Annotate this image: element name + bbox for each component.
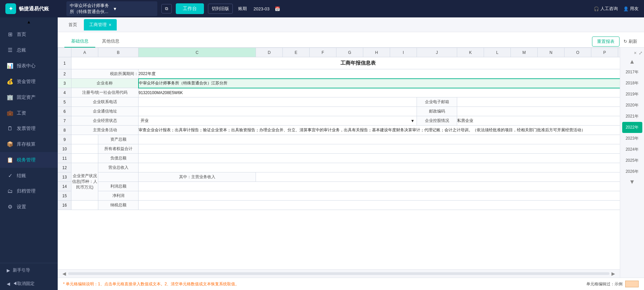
col-header-l[interactable]: L: [484, 48, 511, 57]
h-scroll-track[interactable]: [68, 272, 609, 275]
table-wrapper[interactable]: A B C D E F G H I J: [58, 48, 620, 269]
cell-7-status[interactable]: 开业 ▼: [139, 116, 417, 126]
col-header-j[interactable]: J: [417, 48, 457, 57]
sidebar-item-inventory[interactable]: 📦 库存核算: [0, 136, 58, 152]
reset-btn[interactable]: 重置报表: [592, 37, 620, 47]
cell-16-value[interactable]: [139, 201, 620, 210]
cell-8-value[interactable]: 审查企业会计报表；出具审计报告；验证企业资本；出具验资报告；办理企业合并、分立、…: [139, 126, 620, 135]
cell-10-value[interactable]: [139, 144, 620, 154]
row-num-11: 11: [58, 154, 71, 163]
col-header-o[interactable]: O: [565, 48, 591, 57]
cell-13-b: [98, 172, 139, 182]
col-header-f[interactable]: F: [310, 48, 336, 57]
bottom-hint: * 单元格编辑说明：1、点击单元格直接录入数值或文本。2、清空单元格数值或文本恢…: [63, 281, 239, 287]
col-header-g[interactable]: G: [336, 48, 363, 57]
row-num-1: 1: [58, 57, 71, 69]
col-header-n[interactable]: N: [538, 48, 565, 57]
cell-6-postal[interactable]: [457, 107, 620, 116]
col-header-d[interactable]: D: [256, 48, 283, 57]
cell-3-value[interactable]: 中审众环会计师事务所（特殊普通合伙）江苏分所: [139, 79, 620, 88]
sidebar-item-ledger[interactable]: ☰ 总账: [0, 42, 58, 58]
sidebar-scroll-up[interactable]: ▲: [0, 17, 58, 26]
col-header-i[interactable]: I: [390, 48, 417, 57]
row-num-7: 7: [58, 116, 71, 126]
table-row[interactable]: 3 企业名称 中审众环会计师事务所（特殊普通合伙）江苏分所: [58, 79, 620, 88]
row-num-13: 13: [58, 172, 71, 182]
cell-15-value[interactable]: [139, 191, 620, 201]
h-scroll-left[interactable]: ◀: [60, 270, 68, 277]
logo-text: 畅捷通易代账: [19, 6, 49, 12]
copy-button[interactable]: ⧉: [161, 4, 172, 13]
year-item-2019[interactable]: 2019年: [622, 89, 642, 100]
cell-9-value[interactable]: [139, 135, 620, 144]
year-item-2022[interactable]: 2022年: [622, 122, 642, 133]
calendar-icon[interactable]: 📅: [275, 6, 280, 11]
sub-tab-other[interactable]: 其他信息: [95, 35, 126, 48]
sidebar-item-home[interactable]: ⊞ 首页: [0, 26, 58, 42]
h-scroll-right[interactable]: ▶: [609, 270, 617, 277]
sidebar-item-assets[interactable]: 🏢 固定资产: [0, 89, 58, 105]
tab-close-icon[interactable]: ×: [109, 22, 111, 27]
year-item-2023[interactable]: 2023年: [622, 133, 642, 144]
consult-btn[interactable]: 🎧 人工咨询: [594, 6, 618, 12]
sidebar-new-user[interactable]: ▶ 新手引导: [0, 263, 58, 277]
cell-7-control-value[interactable]: 私营企业: [457, 116, 620, 126]
cell-5-email[interactable]: [457, 97, 620, 107]
sub-tab-basic[interactable]: 基础信息: [64, 35, 95, 48]
year-scroll-down[interactable]: ▼: [628, 177, 637, 187]
sidebar-item-settings[interactable]: ⚙ 设置: [0, 199, 58, 215]
cell-11-value[interactable]: [139, 154, 620, 163]
close-icon[interactable]: ×: [634, 50, 637, 56]
row-num-header: [58, 48, 71, 57]
year-item-2020[interactable]: 2020年: [622, 100, 642, 111]
sidebar-item-tax[interactable]: 📋 税务管理: [0, 152, 58, 168]
sidebar-item-closing[interactable]: ✓ 结账: [0, 168, 58, 184]
cell-6-address[interactable]: [139, 107, 417, 116]
cell-4-value[interactable]: 91320100MA208E5W6K: [139, 88, 620, 97]
h-scroll-bar[interactable]: ◀ ▶: [58, 269, 620, 278]
year-item-2026[interactable]: 2026年: [622, 166, 642, 177]
guide-icon: ▶: [7, 268, 10, 273]
expand-icon[interactable]: ⤢: [639, 50, 643, 56]
col-header-c[interactable]: C: [139, 48, 256, 57]
sidebar-item-invoice[interactable]: 🗒 发票管理: [0, 121, 58, 136]
col-header-e[interactable]: E: [283, 48, 310, 57]
col-header-b[interactable]: B: [98, 48, 139, 57]
user-area[interactable]: 👤 用友: [623, 6, 639, 12]
company-selector[interactable]: 中审众环会计师事务所（特殊普通合伙... ▼: [66, 1, 157, 16]
tab-active[interactable]: 工商管理 ×: [84, 19, 117, 30]
sidebar-item-finance[interactable]: 💰 资金管理: [0, 74, 58, 89]
table-title: 工商年报信息表: [71, 57, 620, 69]
cell-5-phone[interactable]: [139, 97, 417, 107]
cell-2-value[interactable]: 2022年度: [139, 69, 620, 79]
cell-13-value[interactable]: [256, 172, 620, 182]
col-header-m[interactable]: M: [511, 48, 538, 57]
sidebar-cancel-pin[interactable]: ◀ ◀取消固定: [0, 277, 58, 290]
sidebar-item-payroll[interactable]: 💼 工资: [0, 105, 58, 121]
table-row: 15 净利润: [58, 191, 620, 201]
switch-old-button[interactable]: 切到旧版: [208, 4, 233, 14]
year-item-2024[interactable]: 2024年: [622, 144, 642, 155]
col-header-h[interactable]: H: [363, 48, 390, 57]
sidebar-item-archive[interactable]: 🗂 归档管理: [0, 184, 58, 199]
workbench-button[interactable]: 工作台: [176, 3, 204, 14]
row-num-9: 9: [58, 135, 71, 144]
sidebar-item-reports[interactable]: 📊 报表中心: [0, 58, 58, 74]
year-item-2018[interactable]: 2018年: [622, 78, 642, 89]
tab-home[interactable]: 首页: [63, 19, 83, 30]
row-num-16: 16: [58, 201, 71, 210]
cell-14-value[interactable]: [139, 182, 620, 191]
col-header-k[interactable]: K: [457, 48, 484, 57]
cell-12-value[interactable]: [139, 163, 620, 172]
cell-10-a: [71, 144, 98, 154]
refresh-btn[interactable]: ↻ 刷新: [624, 39, 637, 45]
year-item-2017[interactable]: 2017年: [622, 67, 642, 78]
dropdown-icon[interactable]: ▼: [411, 119, 415, 123]
year-item-2021[interactable]: 2021年: [622, 111, 642, 122]
col-header-a[interactable]: A: [71, 48, 98, 57]
table-row: 14 利润总额: [58, 182, 620, 191]
col-header-q[interactable]: Q: [618, 48, 620, 57]
col-header-p[interactable]: P: [591, 48, 618, 57]
year-item-2025[interactable]: 2025年: [622, 155, 642, 166]
year-scroll-up[interactable]: ▲: [628, 57, 637, 67]
